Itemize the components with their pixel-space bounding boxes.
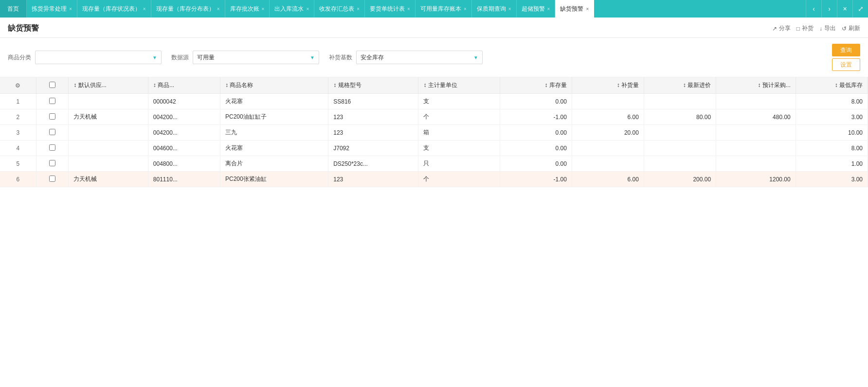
col-header-price[interactable]: ↕ 最新进价 [644, 77, 716, 94]
demand-tab-label: 要货单统计表 [370, 5, 405, 13]
col-header-unit[interactable]: ↕ 主计量单位 [418, 77, 500, 94]
col-header-est[interactable]: ↕ 预计采购... [716, 77, 796, 94]
row-name: 火花塞 [220, 94, 328, 109]
select-all-checkbox[interactable] [49, 82, 55, 88]
replenish-icon: □ [796, 25, 800, 32]
share-button[interactable]: ↗ 分享 [772, 24, 791, 33]
page-content: 缺货预警 ↗ 分享 □ 补货 ↓ 导出 ↺ 刷新 商品分类 [0, 18, 868, 387]
replenish-select[interactable]: 安全库存 ▼ [356, 51, 483, 64]
table-row: 3 004200... 三九 123 箱 0.00 20.00 10.00 [0, 125, 868, 141]
export-button[interactable]: ↓ 导出 [819, 24, 836, 33]
col-header-code[interactable]: ↕ 商品... [148, 77, 220, 94]
close-icon[interactable]: × [586, 6, 589, 12]
export-label: 导出 [824, 24, 836, 33]
row-checkbox[interactable] [49, 144, 55, 151]
sort-icon: ↕ [423, 82, 428, 88]
row-unit: 支 [418, 94, 500, 109]
row-spec: 123 [328, 172, 418, 187]
replenish-label: 补货 [802, 24, 814, 33]
row-index: 5 [0, 156, 36, 172]
close-icon[interactable]: × [547, 6, 550, 12]
row-spec: 123 [328, 109, 418, 125]
close-icon[interactable]: × [306, 6, 309, 12]
row-name: 离合片 [220, 156, 328, 172]
col-header-gear[interactable]: ⚙ [0, 77, 36, 94]
close-icon[interactable]: × [143, 6, 146, 12]
setting-button[interactable]: 设置 [832, 58, 860, 71]
row-code: 004200... [148, 125, 220, 141]
close-icon[interactable]: × [357, 6, 360, 12]
row-spec: SS816 [328, 94, 418, 109]
sort-icon: ↕ [225, 82, 230, 88]
gear-icon[interactable]: ⚙ [5, 82, 31, 89]
row-checkbox-cell [36, 109, 69, 125]
sort-icon: ↕ [758, 82, 762, 88]
datasource-select[interactable]: 可用量 ▼ [193, 51, 319, 64]
row-supplier: 力天机械 [69, 109, 148, 125]
table-row: 4 004600... 火花塞 J7092 支 0.00 8.00 [0, 141, 868, 156]
nav-tab-available[interactable]: 可用量库存账本 × [416, 0, 472, 18]
row-est [716, 94, 796, 109]
row-code: 801110... [148, 172, 220, 187]
nav-tab-expiry[interactable]: 保质期查询 × [472, 0, 517, 18]
col-header-check [36, 77, 69, 94]
nav-tab-inventory-status[interactable]: 现存量（库存状况表） × [77, 0, 151, 18]
row-spec: J7092 [328, 141, 418, 156]
export-icon: ↓ [819, 25, 822, 32]
row-min: 8.00 [796, 141, 868, 156]
nav-tab-demand[interactable]: 要货单统计表 × [365, 0, 416, 18]
row-checkbox[interactable] [49, 129, 55, 135]
nav-close-button[interactable]: × [837, 0, 852, 18]
row-min: 8.00 [796, 94, 868, 109]
nav-tab-shortage[interactable]: 缺货预警 × [555, 0, 594, 18]
nav-next-button[interactable]: › [821, 0, 837, 18]
filter-bar: 商品分类 ▼ 数据源 可用量 ▼ 补货基数 安全库存 ▼ 查询 设置 [0, 38, 868, 77]
row-min: 3.00 [796, 172, 868, 187]
close-icon[interactable]: × [508, 6, 511, 12]
nav-tab-batch[interactable]: 库存批次账 × [225, 0, 270, 18]
nav-tab-flow[interactable]: 出入库流水 × [270, 0, 314, 18]
top-navigation: 首页 拣货异常处理 × 现存量（库存状况表） × 现存量（库存分布表） × 库存… [0, 0, 868, 18]
share-label: 分享 [779, 24, 791, 33]
close-icon[interactable]: × [262, 6, 265, 12]
row-code: 004800... [148, 156, 220, 172]
row-price [644, 156, 716, 172]
row-checkbox[interactable] [49, 160, 55, 166]
col-header-replen[interactable]: ↕ 补货量 [572, 77, 644, 94]
category-select[interactable]: ▼ [35, 51, 162, 64]
query-button[interactable]: 查询 [832, 44, 860, 56]
row-stock: 0.00 [500, 94, 572, 109]
close-icon[interactable]: × [217, 6, 220, 12]
row-checkbox[interactable] [49, 113, 55, 120]
row-unit: 支 [418, 141, 500, 156]
col-header-spec[interactable]: ↕ 规格型号 [328, 77, 418, 94]
col-header-stock[interactable]: ↕ 库存量 [500, 77, 572, 94]
row-price [644, 125, 716, 141]
header-actions: ↗ 分享 □ 补货 ↓ 导出 ↺ 刷新 [772, 24, 860, 33]
nav-prev-button[interactable]: ‹ [806, 0, 821, 18]
row-index: 1 [0, 94, 36, 109]
close-icon[interactable]: × [407, 6, 410, 12]
nav-expand-button[interactable]: ⤢ [852, 0, 868, 18]
close-icon[interactable]: × [69, 6, 72, 12]
inventory-status-tab-label: 现存量（库存状况表） [82, 5, 141, 13]
refresh-button[interactable]: ↺ 刷新 [842, 24, 860, 33]
row-checkbox[interactable] [49, 176, 55, 182]
nav-tab-overstock[interactable]: 超储预警 × [517, 0, 556, 18]
col-header-min[interactable]: ↕ 最低库存 [796, 77, 868, 94]
row-replen: 20.00 [572, 125, 644, 141]
nav-tab-inventory-dist[interactable]: 现存量（库存分布表） × [151, 0, 225, 18]
col-header-name[interactable]: ↕ 商品名称 [220, 77, 328, 94]
nav-tab-home[interactable]: 首页 [0, 0, 27, 18]
close-icon[interactable]: × [464, 6, 467, 12]
filter-actions: 查询 设置 [832, 44, 860, 71]
table-row: 5 004800... 离合片 DS250*23c... 只 0.00 1.00 [0, 156, 868, 172]
nav-tab-receipt[interactable]: 收发存汇总表 × [314, 0, 365, 18]
table-row: 2 力天机械 004200... PC200油缸缸子 123 个 -1.00 6… [0, 109, 868, 125]
col-header-supplier[interactable]: ↕ 默认供应... [69, 77, 148, 94]
nav-tab-abnormal[interactable]: 拣货异常处理 × [27, 0, 77, 18]
row-checkbox[interactable] [49, 98, 55, 104]
available-tab-label: 可用量库存账本 [420, 5, 461, 13]
row-replen: 6.00 [572, 172, 644, 187]
replenish-button[interactable]: □ 补货 [796, 24, 814, 33]
